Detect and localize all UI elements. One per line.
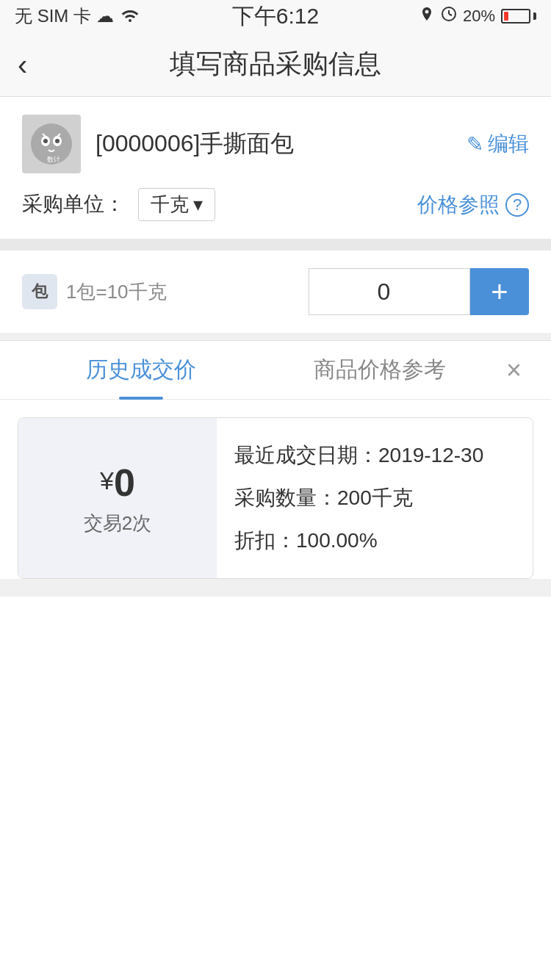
page-rest (0, 597, 551, 980)
product-thumbnail: 数计 (22, 115, 81, 173)
nav-bar: ‹ 填写商品采购信息 (0, 32, 551, 97)
product-header: 数计 [0000006]手撕面包 ✎ 编辑 (22, 115, 529, 173)
back-button[interactable]: ‹ (18, 50, 27, 79)
sim-signal-text: 无 SIM 卡 ☁ (15, 4, 114, 28)
unit-value: 千克 (151, 192, 189, 217)
product-card: 数计 [0000006]手撕面包 ✎ 编辑 采购单位： 千克 ▾ 价格参照 ? (0, 97, 551, 239)
location-icon (419, 6, 435, 26)
unit-box-label: 包 (32, 281, 48, 303)
tab-product-price-ref-label: 商品价格参考 (314, 355, 446, 385)
price-ref-help-icon: ? (505, 193, 529, 217)
unit-info: 包 1包=10千克 (22, 274, 167, 309)
tx-price-number: 0 (114, 461, 135, 504)
product-logo-icon: 数计 (29, 122, 73, 166)
tx-details-section: 最近成交日期：2019-12-30 采购数量：200千克 折扣：100.00% (217, 418, 533, 578)
tab-product-price-ref[interactable]: 商品价格参考 (260, 341, 498, 400)
tx-date-row: 最近成交日期：2019-12-30 (234, 440, 515, 471)
svg-point-7 (55, 139, 60, 143)
quantity-row: 包 1包=10千克 + (0, 251, 551, 333)
status-bar: 无 SIM 卡 ☁ 下午6:12 20% (0, 0, 551, 32)
status-right: 20% (419, 6, 536, 26)
edit-label: 编辑 (488, 130, 529, 158)
tx-qty-label: 采购数量： (234, 486, 337, 509)
tx-qty-value: 200千克 (337, 486, 413, 509)
unit-select[interactable]: 千克 ▾ (138, 188, 215, 221)
tx-price-section: ¥0 交易2次 (18, 418, 217, 578)
unit-dropdown-arrow: ▾ (193, 193, 203, 216)
battery-icon (501, 9, 536, 24)
unit-conversion: 1包=10千克 (66, 279, 167, 305)
price-ref-button[interactable]: 价格参照 ? (417, 191, 529, 219)
unit-label-text: 采购单位： (22, 192, 125, 215)
wifi-icon (120, 6, 140, 26)
status-left: 无 SIM 卡 ☁ (15, 4, 140, 28)
page-title: 填写商品采购信息 (170, 46, 381, 82)
svg-line-2 (449, 14, 452, 15)
section-divider (0, 239, 551, 251)
tab-history-price[interactable]: 历史成交价 (22, 341, 260, 400)
tx-count: 交易2次 (84, 511, 151, 536)
product-left: 数计 [0000006]手撕面包 (22, 115, 294, 173)
status-time: 下午6:12 (232, 1, 319, 32)
quantity-control: + (309, 268, 529, 315)
tx-discount-value: 100.00% (296, 529, 378, 552)
edit-button[interactable]: ✎ 编辑 (467, 130, 529, 158)
product-unit-row: 采购单位： 千克 ▾ 价格参照 ? (22, 188, 529, 221)
clock-icon (441, 6, 457, 26)
unit-box: 包 (22, 274, 57, 309)
tx-date-value: 2019-12-30 (378, 444, 483, 466)
tab-history-price-label: 历史成交价 (86, 355, 196, 385)
quantity-plus-button[interactable]: + (470, 268, 529, 315)
unit-section: 采购单位： 千克 ▾ (22, 188, 215, 221)
transaction-card: ¥0 交易2次 最近成交日期：2019-12-30 采购数量：200千克 折扣：… (18, 417, 533, 579)
tx-qty-row: 采购数量：200千克 (234, 483, 515, 514)
tab-close-button[interactable]: × (499, 347, 529, 393)
svg-point-6 (43, 139, 48, 143)
battery-percent: 20% (463, 7, 495, 26)
bottom-sheet: 历史成交价 商品价格参考 × ¥0 交易2次 最近成交日期：2019-12-30… (0, 340, 551, 579)
svg-text:数计: 数计 (47, 156, 60, 163)
product-name: [0000006]手撕面包 (96, 128, 294, 160)
quantity-input[interactable] (309, 268, 470, 315)
tx-date-label: 最近成交日期： (234, 444, 378, 466)
tx-discount-row: 折扣：100.00% (234, 525, 515, 556)
tx-price-symbol: ¥ (100, 466, 114, 495)
tx-price-value: ¥0 (100, 461, 135, 505)
tab-header: 历史成交价 商品价格参考 × (0, 341, 551, 400)
tx-discount-label: 折扣： (234, 529, 296, 552)
price-ref-label: 价格参照 (417, 191, 500, 219)
edit-icon: ✎ (467, 132, 483, 156)
